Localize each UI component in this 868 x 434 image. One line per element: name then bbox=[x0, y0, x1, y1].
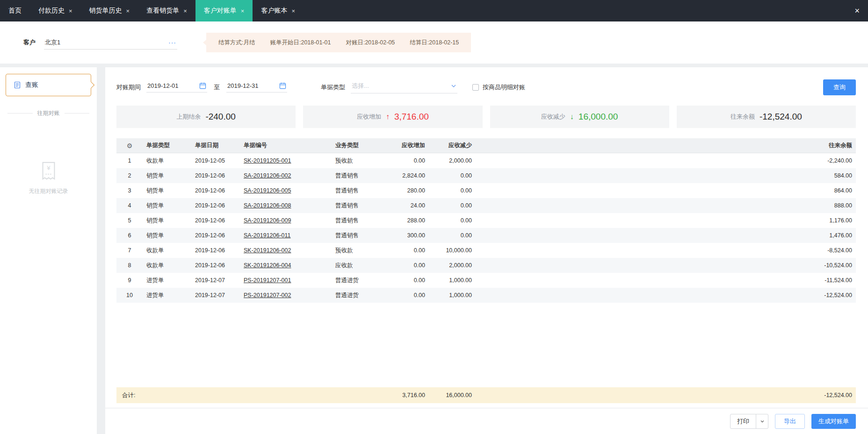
table-row[interactable]: 8 收款单 2019-12-06 SK-20191206-004 应收款 0.0… bbox=[116, 258, 856, 273]
table-row[interactable]: 3 销货单 2019-12-06 SA-20191206-005 普通销售 28… bbox=[116, 183, 856, 198]
card-receivable-decrease: 应收减少 ↓ 16,000.00 bbox=[490, 106, 669, 128]
empty-state-text: 无往期对账记录 bbox=[0, 187, 97, 195]
query-button[interactable]: 查询 bbox=[823, 79, 856, 95]
document-number-link[interactable]: PS-20191207-001 bbox=[244, 277, 291, 284]
print-button[interactable]: 打印 bbox=[730, 414, 768, 429]
cell-row-index: 2 bbox=[116, 172, 143, 179]
cell-doc-date: 2019-12-06 bbox=[191, 247, 240, 254]
settlement-method: 结算方式:月结 bbox=[218, 39, 255, 47]
cell-doc-date: 2019-12-07 bbox=[191, 277, 240, 284]
document-number-link[interactable]: SK-20191206-002 bbox=[244, 247, 291, 254]
tab-close-icon[interactable]: × bbox=[291, 7, 295, 14]
tab-查看销货单[interactable]: 查看销货单× bbox=[138, 0, 195, 21]
table-row[interactable]: 4 销货单 2019-12-06 SA-20191206-008 普通销售 24… bbox=[116, 198, 856, 213]
cell-doc-type: 收款单 bbox=[143, 262, 191, 270]
cell-doc-type: 销货单 bbox=[143, 232, 191, 240]
customer-label: 客户 bbox=[23, 38, 36, 47]
app-window: 首页付款历史×销货单历史×查看销货单×客户对账单×客户账本× × 客户 北京1 … bbox=[0, 0, 868, 434]
cell-biz-type: 普通销售 bbox=[332, 232, 380, 240]
cell-doc-date: 2019-12-06 bbox=[191, 187, 240, 194]
tab-销货单历史[interactable]: 销货单历史× bbox=[81, 0, 138, 21]
checkbox-box[interactable] bbox=[472, 84, 479, 91]
column-settings-gear-icon[interactable]: ⚙ bbox=[127, 142, 133, 149]
ledger-icon bbox=[14, 81, 21, 89]
cell-decrease: 2,000.00 bbox=[429, 157, 476, 164]
cell-doc-type: 收款单 bbox=[143, 157, 191, 165]
svg-text:¥: ¥ bbox=[46, 164, 51, 171]
table-row[interactable]: 7 收款单 2019-12-06 SK-20191206-002 预收款 0.0… bbox=[116, 243, 856, 258]
tab-bar: 首页付款历史×销货单历史×查看销货单×客户对账单×客户账本× × bbox=[0, 0, 868, 21]
document-number-link[interactable]: SA-20191206-008 bbox=[244, 202, 291, 209]
cell-doc-type: 收款单 bbox=[143, 247, 191, 255]
filter-row: 对账期间 2019-12-01 至 2019-12-31 单据类型 选择... bbox=[105, 67, 868, 95]
tab-首页[interactable]: 首页 bbox=[0, 0, 30, 21]
print-dropdown-chevron-icon[interactable] bbox=[756, 414, 768, 428]
date-to-input[interactable]: 2019-12-31 bbox=[226, 82, 287, 92]
date-from-input[interactable]: 2019-12-01 bbox=[146, 82, 207, 92]
card-receivable-increase: 应收增加 ↑ 3,716.00 bbox=[303, 106, 482, 128]
settle-date: 结算日:2018-02-15 bbox=[410, 39, 459, 47]
document-number-link[interactable]: SA-20191206-002 bbox=[244, 172, 291, 179]
to-label: 至 bbox=[214, 83, 220, 92]
tab-客户对账单[interactable]: 客户对账单× bbox=[195, 0, 253, 21]
tab-close-icon[interactable]: × bbox=[126, 7, 130, 14]
customer-more-button[interactable]: ··· bbox=[168, 39, 176, 46]
customer-input[interactable]: 北京1 ··· bbox=[44, 36, 177, 50]
tab-close-icon[interactable]: × bbox=[69, 7, 72, 14]
down-arrow-icon: ↓ bbox=[570, 113, 574, 121]
document-number-link[interactable]: SA-20191206-005 bbox=[244, 187, 291, 194]
cell-row-index: 9 bbox=[116, 277, 143, 284]
doc-type-select[interactable]: 选择... bbox=[351, 82, 457, 93]
table-row[interactable]: 10 进货单 2019-12-07 PS-20191207-002 普通进货 0… bbox=[116, 288, 856, 303]
cell-increase: 300.00 bbox=[380, 232, 429, 239]
tab-close-icon[interactable]: × bbox=[241, 7, 245, 14]
cell-increase: 0.00 bbox=[380, 247, 429, 254]
sidebar-item-check-account[interactable]: 查账 bbox=[6, 74, 91, 96]
cell-biz-type: 应收款 bbox=[332, 262, 380, 270]
calendar-icon[interactable] bbox=[279, 82, 286, 89]
document-number-link[interactable]: SK-20191206-004 bbox=[244, 262, 291, 269]
document-number-link[interactable]: PS-20191207-002 bbox=[244, 292, 291, 299]
table-row[interactable]: 2 销货单 2019-12-06 SA-20191206-002 普通销售 2,… bbox=[116, 168, 856, 183]
cell-doc-type: 销货单 bbox=[143, 217, 191, 225]
table-row[interactable]: 1 收款单 2019-12-05 SK-20191205-001 预收款 0.0… bbox=[116, 153, 856, 168]
header-decrease: 应收减少 bbox=[429, 142, 476, 149]
cell-decrease: 0.00 bbox=[429, 217, 476, 224]
tab-付款历史[interactable]: 付款历史× bbox=[30, 0, 81, 21]
cell-balance: 584.00 bbox=[776, 172, 856, 179]
cell-doc-date: 2019-12-07 bbox=[191, 292, 240, 299]
tab-label: 客户账本 bbox=[261, 7, 287, 15]
close-window-icon[interactable]: × bbox=[846, 0, 868, 21]
up-arrow-icon: ↑ bbox=[386, 113, 390, 121]
cell-increase: 280.00 bbox=[380, 187, 429, 194]
checkbox-label: 按商品明细对账 bbox=[483, 83, 525, 92]
cell-doc-type: 进货单 bbox=[143, 277, 191, 285]
tab-客户账本[interactable]: 客户账本× bbox=[253, 0, 304, 21]
cell-increase: 2,824.00 bbox=[380, 172, 429, 179]
document-number-link[interactable]: SA-20191206-009 bbox=[244, 217, 291, 224]
tab-label: 付款历史 bbox=[38, 7, 65, 15]
table-row[interactable]: 6 销货单 2019-12-06 SA-20191206-011 普通销售 30… bbox=[116, 228, 856, 243]
total-label: 合计: bbox=[116, 391, 380, 399]
tab-close-icon[interactable]: × bbox=[183, 7, 187, 14]
table-row[interactable]: 9 进货单 2019-12-07 PS-20191207-001 普通进货 0.… bbox=[116, 273, 856, 288]
detail-reconcile-checkbox[interactable]: 按商品明细对账 bbox=[472, 83, 525, 92]
document-number-link[interactable]: SA-20191206-011 bbox=[244, 232, 291, 239]
cell-doc-date: 2019-12-06 bbox=[191, 172, 240, 179]
cell-row-index: 4 bbox=[116, 202, 143, 209]
cell-decrease: 1,000.00 bbox=[429, 292, 476, 299]
card-current-balance: 往来余额 -12,524.00 bbox=[677, 106, 856, 128]
empty-state: ¥ 无往期对账记录 bbox=[0, 160, 97, 195]
cell-biz-type: 普通进货 bbox=[332, 292, 380, 299]
cell-increase: 0.00 bbox=[380, 262, 429, 269]
cell-increase: 0.00 bbox=[380, 277, 429, 284]
generate-statement-button[interactable]: 生成对账单 bbox=[811, 414, 856, 429]
cell-decrease: 0.00 bbox=[429, 172, 476, 179]
cell-decrease: 10,000.00 bbox=[429, 247, 476, 254]
export-button[interactable]: 导出 bbox=[775, 414, 805, 429]
table-header-row: ⚙ 单据类型 单据日期 单据编号 业务类型 应收增加 应收减少 往来余额 bbox=[116, 138, 856, 153]
table-row[interactable]: 5 销货单 2019-12-06 SA-20191206-009 普通销售 28… bbox=[116, 213, 856, 228]
cell-row-index: 7 bbox=[116, 247, 143, 254]
document-number-link[interactable]: SK-20191205-001 bbox=[244, 157, 291, 164]
calendar-icon[interactable] bbox=[199, 82, 206, 89]
